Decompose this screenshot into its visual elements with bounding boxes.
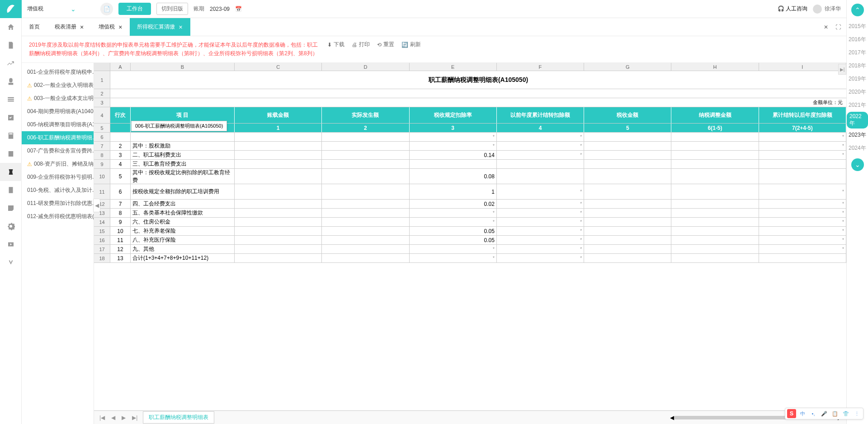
user-menu[interactable]: 徐泽华: [813, 5, 841, 14]
data-cell[interactable]: [235, 254, 322, 262]
data-cell[interactable]: [235, 227, 322, 235]
form-item-011[interactable]: 011-研发费用加计扣除优惠...: [22, 197, 94, 210]
form-item-009[interactable]: 009-企业所得税弥补亏损明...: [22, 171, 94, 184]
year-2018年[interactable]: 2018年: [847, 59, 868, 72]
data-cell[interactable]: [322, 218, 409, 226]
nav-check-icon[interactable]: [0, 109, 22, 127]
year-2023年[interactable]: 2023年: [847, 129, 868, 142]
data-cell[interactable]: [584, 151, 671, 159]
data-cell[interactable]: [584, 184, 671, 199]
data-cell[interactable]: [322, 151, 409, 159]
data-cell[interactable]: 0.08: [410, 169, 497, 184]
tax-type-dropdown[interactable]: 增值税 ⌄: [27, 5, 95, 13]
data-cell[interactable]: [759, 254, 846, 262]
year-2024年[interactable]: 2024年: [847, 142, 868, 155]
data-cell[interactable]: [497, 169, 584, 184]
data-cell[interactable]: 1: [410, 184, 497, 199]
data-cell[interactable]: *: [410, 218, 497, 226]
data-cell[interactable]: *: [497, 254, 584, 262]
nav-calc-icon[interactable]: [0, 127, 22, 145]
data-cell[interactable]: [584, 200, 671, 208]
data-cell[interactable]: *: [759, 184, 846, 199]
workbench-button[interactable]: 工作台: [118, 3, 151, 15]
sheet-nav-last[interactable]: ▶|: [130, 414, 139, 421]
tab-增值税[interactable]: 增值税×: [91, 18, 130, 36]
data-cell[interactable]: [584, 160, 671, 168]
nav-date-icon[interactable]: [0, 145, 22, 163]
data-cell[interactable]: [235, 245, 322, 253]
ime-keyboard-icon[interactable]: 📋: [830, 409, 840, 418]
data-cell[interactable]: [759, 160, 846, 168]
data-cell[interactable]: *: [497, 209, 584, 217]
refresh-button[interactable]: 🔄 刷新: [401, 41, 421, 48]
year-down-button[interactable]: ⌄: [851, 158, 864, 171]
ime-logo[interactable]: S: [787, 409, 796, 418]
data-cell[interactable]: [322, 227, 409, 235]
logo[interactable]: [0, 0, 22, 18]
tab-close-icon[interactable]: ×: [179, 24, 182, 31]
data-cell[interactable]: [322, 184, 409, 199]
data-cell[interactable]: [671, 227, 759, 235]
data-cell[interactable]: *: [497, 133, 584, 141]
fullscreen-icon[interactable]: ⛶: [835, 24, 841, 30]
data-cell[interactable]: *: [759, 151, 846, 159]
data-cell[interactable]: *: [497, 142, 584, 150]
nav-tax-icon[interactable]: [0, 163, 22, 181]
data-cell[interactable]: [322, 209, 409, 217]
tab-首页[interactable]: 首页: [22, 18, 47, 36]
year-up-button[interactable]: ⌃: [851, 4, 864, 16]
form-item-012[interactable]: 012-减免所得税优惠明细表(...: [22, 210, 94, 223]
data-cell[interactable]: [671, 254, 759, 262]
close-all-tabs-icon[interactable]: ✕: [824, 24, 828, 30]
data-cell[interactable]: *: [497, 200, 584, 208]
data-cell[interactable]: [410, 160, 497, 168]
data-cell[interactable]: [497, 160, 584, 168]
data-cell[interactable]: *: [410, 142, 497, 150]
data-cell[interactable]: [584, 236, 671, 244]
data-cell[interactable]: [322, 254, 409, 262]
data-cell[interactable]: [584, 245, 671, 253]
tab-所得税汇算清缴[interactable]: 所得税汇算清缴×: [130, 18, 190, 36]
support-link[interactable]: 🎧 人工咨询: [778, 5, 807, 13]
year-2016年[interactable]: 2016年: [847, 33, 868, 46]
ime-more-icon[interactable]: ⋮: [852, 409, 861, 418]
data-cell[interactable]: *: [410, 209, 497, 217]
sheet-nav-next[interactable]: ▶: [120, 414, 127, 421]
data-cell[interactable]: [235, 200, 322, 208]
nav-doc-icon[interactable]: [0, 36, 22, 54]
tab-close-icon[interactable]: ×: [118, 24, 122, 31]
data-cell[interactable]: *: [759, 227, 846, 235]
data-cell[interactable]: *: [759, 200, 846, 208]
form-item-001[interactable]: 001-企业所得税年度纳税申...: [22, 66, 94, 79]
year-2017年[interactable]: 2017年: [847, 46, 868, 59]
nav-list-icon[interactable]: [0, 91, 22, 109]
sheet-nav-prev[interactable]: ◀: [109, 414, 117, 421]
data-cell[interactable]: *: [759, 209, 846, 217]
switch-old-button[interactable]: 切到旧版: [156, 3, 188, 15]
collapse-sidebar-handle[interactable]: ◀: [93, 199, 100, 212]
form-item-005[interactable]: 005-纳税调整项目明细表(A1...: [22, 118, 94, 131]
year-2022年[interactable]: 2022年: [847, 112, 868, 129]
data-cell[interactable]: *: [759, 218, 846, 226]
document-icon-button[interactable]: 📄: [100, 3, 113, 15]
data-cell[interactable]: [671, 151, 759, 159]
data-cell[interactable]: [584, 209, 671, 217]
data-cell[interactable]: *: [497, 218, 584, 226]
data-cell[interactable]: [671, 245, 759, 253]
data-cell[interactable]: [235, 236, 322, 244]
data-cell[interactable]: [584, 254, 671, 262]
sheet-tab[interactable]: 职工薪酬纳税调整明细表: [143, 411, 214, 424]
data-cell[interactable]: *: [759, 245, 846, 253]
data-cell[interactable]: 0.14: [410, 151, 497, 159]
data-cell[interactable]: *: [410, 133, 497, 141]
nav-chart-icon[interactable]: [0, 54, 22, 72]
data-cell[interactable]: [671, 200, 759, 208]
ime-punct[interactable]: •,: [809, 409, 818, 418]
data-cell[interactable]: [322, 142, 409, 150]
year-2015年[interactable]: 2015年: [847, 20, 868, 33]
data-cell[interactable]: [584, 218, 671, 226]
data-cell[interactable]: *: [410, 254, 497, 262]
data-cell[interactable]: [322, 160, 409, 168]
form-item-008[interactable]: ⚠008-资产折旧、摊销及纳税...: [22, 157, 94, 171]
data-cell[interactable]: [235, 169, 322, 184]
